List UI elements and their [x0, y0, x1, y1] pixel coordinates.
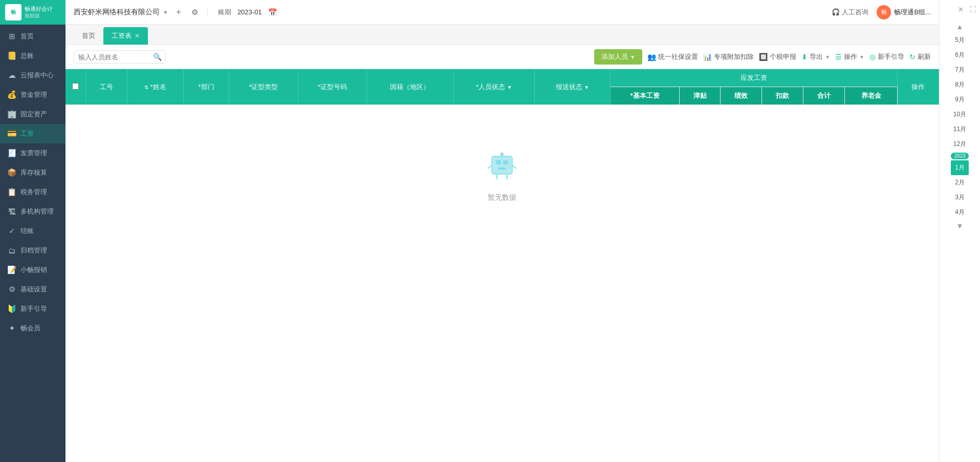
th-name: ⇅ *姓名 — [127, 69, 184, 105]
operations-button[interactable]: ☰ 操作 ▼ — [835, 52, 864, 61]
tab-close-salary-table[interactable]: ✕ — [135, 32, 140, 39]
user-info[interactable]: 畅 畅理通B组... — [877, 5, 931, 19]
add-person-button[interactable]: 添加人员 ▼ — [594, 49, 642, 65]
month-prev-11[interactable]: 11月 — [951, 122, 968, 137]
month-prev-8[interactable]: 8月 — [951, 77, 968, 92]
sidebar-item-expense[interactable]: 📝小畅报销 — [0, 260, 66, 280]
social-security-button[interactable]: 👥 统一社保设置 — [647, 52, 698, 61]
month-prev-9[interactable]: 9月 — [951, 92, 968, 107]
social-security-icon: 👥 — [647, 53, 656, 61]
refresh-button[interactable]: ↻ 刷新 — [909, 52, 931, 61]
close-panel-button[interactable]: ✕ — [955, 4, 966, 14]
invoice-icon: 🧾 — [7, 149, 16, 158]
month-prev-6[interactable]: 6月 — [951, 48, 968, 62]
sidebar-item-cloud-report[interactable]: ☁云报表中心 — [0, 66, 66, 85]
tab-home[interactable]: 首页 — [74, 27, 103, 45]
personal-tax-button[interactable]: 🔲 个税申报 — [759, 52, 796, 61]
salary-table: 工号 ⇅ *姓名 *部门 *证型类型 *证型号码 国籍（地区） *人员状态 ▼ … — [66, 69, 939, 243]
month-current-4[interactable]: 4月 — [951, 205, 968, 220]
month-list: 5月6月7月8月9月10月11月12月20231月2月3月4月 — [951, 33, 968, 220]
sidebar-item-inventory[interactable]: 📦库存核算 — [0, 163, 66, 182]
month-current-3[interactable]: 3月 — [951, 190, 968, 205]
inventory-icon: 📦 — [7, 168, 16, 177]
sidebar-item-label-archive: 归档管理 — [20, 246, 47, 255]
sidebar-item-fixed-assets[interactable]: 🏢固定资产 — [0, 104, 66, 124]
guide-icon: 🔰 — [7, 304, 16, 313]
th-checkbox[interactable] — [66, 69, 86, 105]
company-dropdown-icon: ▼ — [163, 9, 168, 15]
member-icon: ✦ — [7, 324, 16, 333]
svg-line-6 — [488, 165, 492, 169]
report-filter-icon[interactable]: ▼ — [584, 85, 589, 90]
export-button[interactable]: ⬇ 导出 ▼ — [801, 52, 830, 61]
month-current-1[interactable]: 1月 — [951, 160, 968, 175]
sidebar-item-invoice[interactable]: 🧾发票管理 — [0, 143, 66, 163]
month-prev-7[interactable]: 7月 — [951, 62, 968, 77]
month-prev-10[interactable]: 10月 — [951, 107, 968, 122]
sidebar-item-settings[interactable]: ⚙基础设置 — [0, 280, 66, 299]
status-filter-icon[interactable]: ▼ — [507, 85, 512, 90]
right-panel: ✕ ⛶ ▲ 5月6月7月8月9月10月11月12月20231月2月3月4月 ▼ — [939, 0, 980, 462]
sidebar-item-salary[interactable]: 💳工资 — [0, 124, 66, 143]
sidebar-item-label-member: 畅会员 — [20, 324, 40, 333]
period-label: 账期 — [218, 8, 231, 17]
sidebar-item-checkout[interactable]: ✓结账 — [0, 221, 66, 241]
user-name: 畅理通B组... — [894, 8, 931, 17]
sidebar-item-home[interactable]: ⊞首页 — [0, 27, 66, 46]
export-icon: ⬇ — [801, 53, 808, 61]
svg-rect-3 — [498, 167, 506, 170]
search-wrap[interactable]: 🔍 — [74, 50, 166, 64]
th-base-salary: *基本工资 — [611, 87, 679, 105]
toolbar-right: 添加人员 ▼ 👥 统一社保设置 📊 专项附加扣除 🔲 个税申报 ⬇ 导出 ▼ — [594, 49, 931, 65]
th-deduction: 扣款 — [762, 87, 803, 105]
company-selector[interactable]: 西安虾米网络科技有限公司 ▼ — [74, 8, 168, 17]
toolbar: 🔍 添加人员 ▼ 👥 统一社保设置 📊 专项附加扣除 🔲 个税申报 ⬇ 导出 — [66, 45, 939, 69]
month-current-2[interactable]: 2月 — [951, 175, 968, 190]
select-all-checkbox[interactable] — [72, 83, 79, 90]
settings-button[interactable]: ⚙ — [189, 6, 201, 18]
sidebar-item-label-invoice: 发票管理 — [20, 149, 47, 158]
multi-org-icon: 🏗 — [7, 207, 16, 216]
tab-salary-table[interactable]: 工资表✕ — [103, 27, 148, 45]
search-input[interactable] — [78, 53, 150, 61]
scroll-down-button[interactable]: ▼ — [954, 220, 966, 232]
expand-panel-button[interactable]: ⛶ — [968, 4, 978, 14]
customer-service-button[interactable]: 🎧 人工咨询 — [832, 8, 868, 17]
search-icon[interactable]: 🔍 — [153, 53, 162, 61]
guide-button[interactable]: ◎ 新手引导 — [869, 52, 904, 61]
th-idtype: *证型类型 — [229, 69, 298, 105]
th-report-status: 报送状态 ▼ — [534, 69, 611, 105]
month-prev-12[interactable]: 12月 — [951, 137, 968, 152]
main-content: 西安虾米网络科技有限公司 ▼ ＋ ⚙ 账期 2023-01 📅 🎧 人工咨询 畅… — [66, 0, 939, 462]
personal-tax-icon: 🔲 — [759, 53, 768, 61]
topbar-divider — [207, 7, 208, 17]
empty-text: 暂无数据 — [488, 193, 516, 202]
sidebar-item-label-settings: 基础设置 — [20, 285, 47, 294]
th-allowance: 津贴 — [679, 87, 721, 105]
table-container: 工号 ⇅ *姓名 *部门 *证型类型 *证型号码 国籍（地区） *人员状态 ▼ … — [66, 69, 939, 462]
sidebar-item-fund[interactable]: 💰资金管理 — [0, 85, 66, 104]
th-salary-group: 应发工资 — [611, 69, 898, 87]
panel-controls: ✕ ⛶ — [955, 4, 978, 14]
sort-icon: ⇅ — [144, 85, 148, 90]
th-empno: 工号 — [86, 69, 127, 105]
period-value: 2023-01 — [237, 8, 262, 16]
scroll-up-button[interactable]: ▲ — [954, 20, 966, 33]
topbar: 西安虾米网络科技有限公司 ▼ ＋ ⚙ 账期 2023-01 📅 🎧 人工咨询 畅… — [66, 0, 939, 25]
sidebar-item-member[interactable]: ✦畅会员 — [0, 319, 66, 338]
year-badge-2023[interactable]: 2023 — [951, 153, 968, 159]
company-name: 西安虾米网络科技有限公司 — [74, 8, 160, 17]
sidebar-item-guide[interactable]: 🔰新手引导 — [0, 299, 66, 319]
sidebar-item-label-inventory: 库存核算 — [20, 168, 47, 177]
sidebar-item-label-guide: 新手引导 — [20, 304, 47, 313]
sidebar-item-label-tax: 税务管理 — [20, 187, 47, 197]
sidebar-item-archive[interactable]: 🗂归档管理 — [0, 241, 66, 260]
sidebar-item-label-ledger: 总账 — [20, 51, 34, 60]
sidebar-item-multi-org[interactable]: 🏗多机构管理 — [0, 202, 66, 221]
sidebar-item-tax[interactable]: 📋税务管理 — [0, 182, 66, 202]
month-prev-5[interactable]: 5月 — [951, 33, 968, 48]
sidebar-item-ledger[interactable]: 📒总账 — [0, 46, 66, 66]
special-deduction-button[interactable]: 📊 专项附加扣除 — [703, 52, 754, 61]
add-company-button[interactable]: ＋ — [172, 6, 185, 18]
calendar-icon[interactable]: 📅 — [268, 8, 277, 16]
